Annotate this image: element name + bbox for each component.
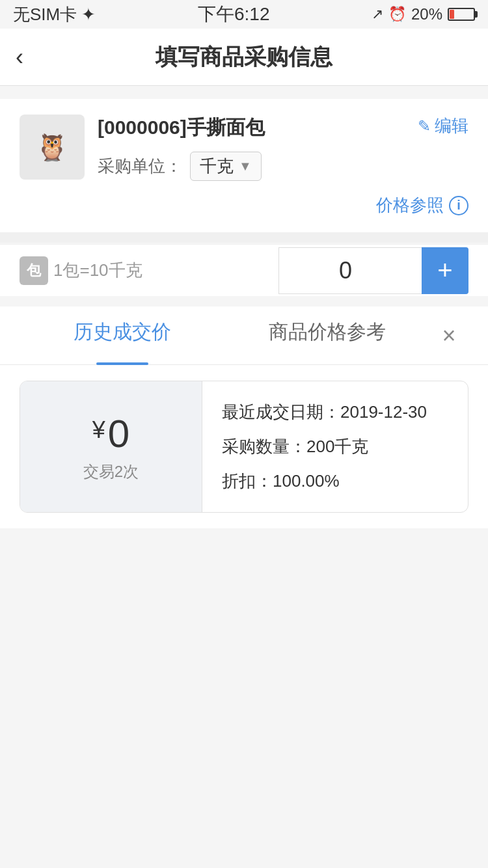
unit-label: 采购单位： (98, 155, 182, 178)
purchase-qty-row: 采购数量：200千克 (222, 434, 448, 459)
quantity-input[interactable] (278, 247, 422, 294)
price-ref-button[interactable]: 价格参照 i (376, 194, 468, 217)
edit-icon: ✎ (418, 117, 431, 135)
tab-bar: 历史成交价 商品价格参考 × (0, 306, 488, 365)
tab-history-price[interactable]: 历史成交价 (20, 306, 224, 365)
recent-date-row: 最近成交日期：2019-12-30 (222, 400, 448, 425)
unit-box: 包 (20, 256, 48, 285)
history-card-left: ¥ 0 交易2次 (20, 381, 202, 512)
back-button[interactable]: ‹ (16, 44, 23, 71)
alarm-icon: ⏰ (388, 6, 406, 23)
battery-fill (450, 10, 454, 19)
product-info: 🦉 [0000006]手撕面包 采购单位： 千克 ▼ (20, 115, 418, 181)
page-title: 填写商品采购信息 (156, 42, 332, 72)
edit-label: 编辑 (435, 115, 468, 137)
product-logo-icon: 🦉 (36, 132, 68, 163)
history-card: ¥ 0 交易2次 最近成交日期：2019-12-30 采购数量：200千克 折扣… (20, 381, 468, 513)
edit-button[interactable]: ✎ 编辑 (418, 115, 468, 137)
product-bottom-row: 价格参照 i (20, 194, 468, 217)
purchase-qty-value: 200千克 (306, 437, 368, 456)
tab-section: 历史成交价 商品价格参考 × ¥ 0 交易2次 最近成交日期：2019-12-3… (0, 306, 488, 528)
unit-selector[interactable]: 千克 ▼ (190, 152, 262, 181)
discount-value: 100.00% (273, 471, 340, 491)
status-bar: 无SIM卡 ✦ 下午6:12 ↗ ⏰ 20% (0, 0, 488, 29)
tab-product-price-ref[interactable]: 商品价格参考 (224, 306, 429, 365)
discount-row: 折扣：100.00% (222, 468, 448, 494)
info-icon: i (449, 196, 468, 215)
history-list: ¥ 0 交易2次 最近成交日期：2019-12-30 采购数量：200千克 折扣… (0, 365, 488, 528)
history-price: ¥ 0 (92, 411, 129, 456)
signal-text: 无SIM卡 ✦ (13, 3, 96, 26)
product-name: [0000006]手撕面包 (98, 115, 418, 141)
location-icon: ↗ (372, 6, 383, 23)
recent-date-value: 2019-12-30 (340, 402, 427, 422)
product-header: 🦉 [0000006]手撕面包 采购单位： 千克 ▼ ✎ 编辑 (20, 115, 468, 181)
unit-info: 包 1包=10千克 (20, 256, 142, 285)
trade-count: 交易2次 (83, 461, 139, 482)
tab-history-label: 历史成交价 (74, 319, 171, 346)
separator (0, 232, 488, 243)
yen-symbol: ¥ (92, 416, 105, 444)
quantity-plus-button[interactable]: + (422, 247, 468, 294)
unit-value: 千克 (200, 155, 234, 178)
discount-label: 折扣： (222, 471, 273, 491)
status-time: 下午6:12 (198, 2, 270, 27)
status-right-area: ↗ ⏰ 20% (372, 5, 475, 23)
quantity-input-group: + (278, 247, 468, 294)
product-details: [0000006]手撕面包 采购单位： 千克 ▼ (98, 115, 418, 181)
price-ref-label: 价格参照 (376, 194, 444, 217)
history-card-right: 最近成交日期：2019-12-30 采购数量：200千克 折扣：100.00% (202, 381, 468, 512)
dropdown-arrow-icon: ▼ (239, 159, 252, 174)
recent-date-label: 最近成交日期： (222, 402, 340, 422)
nav-bar: ‹ 填写商品采购信息 (0, 29, 488, 86)
product-thumbnail: 🦉 (20, 115, 85, 180)
plus-icon: + (437, 256, 452, 285)
battery-icon (448, 8, 475, 21)
unit-conversion: 1包=10千克 (53, 259, 142, 282)
tab-price-ref-label: 商品价格参考 (269, 319, 386, 346)
purchase-qty-label: 采购数量： (222, 437, 306, 456)
unit-box-label: 包 (27, 261, 41, 280)
tab-close-button[interactable]: × (429, 316, 468, 355)
product-card: 🦉 [0000006]手撕面包 采购单位： 千克 ▼ ✎ 编辑 价格参照 i (0, 99, 488, 232)
product-unit-row: 采购单位： 千克 ▼ (98, 152, 418, 181)
price-amount: 0 (108, 411, 129, 456)
close-icon: × (442, 322, 455, 349)
back-icon: ‹ (16, 44, 23, 70)
battery-percent: 20% (411, 5, 442, 23)
status-signal: 无SIM卡 ✦ (13, 3, 96, 26)
quantity-section: 包 1包=10千克 + (0, 244, 488, 296)
